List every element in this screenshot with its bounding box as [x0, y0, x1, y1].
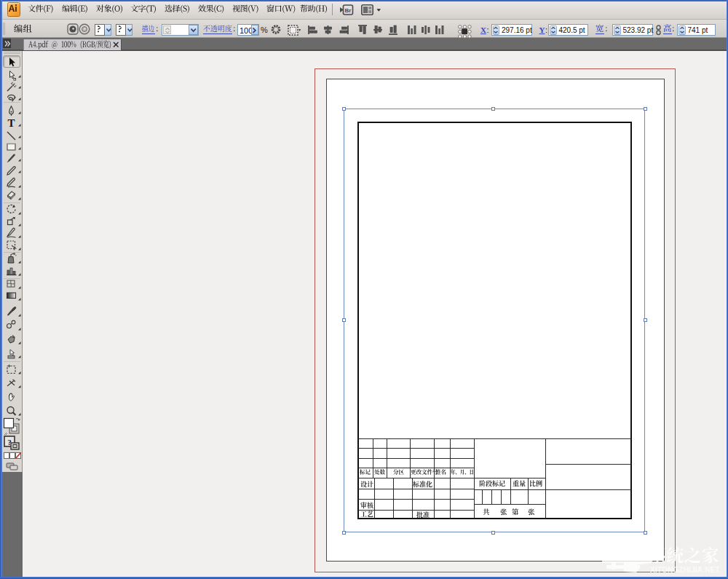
svg-text:T: T [7, 117, 15, 129]
svg-text:Br: Br [345, 7, 352, 14]
